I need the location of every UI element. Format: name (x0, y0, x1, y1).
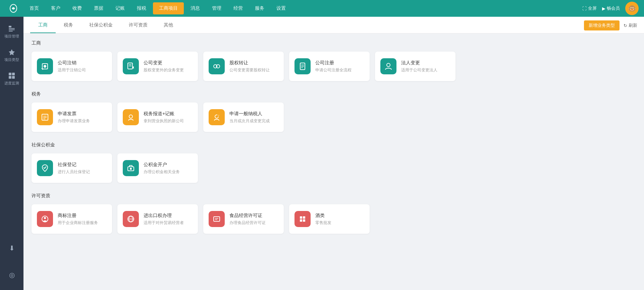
nav-tax[interactable]: 报税 (131, 0, 152, 17)
card-text: 商标注册 用于企业商标注册服务 (58, 213, 98, 226)
card-social-insurance-register[interactable]: 社保登记 进行人员社保登记 (32, 153, 112, 183)
nav-fee[interactable]: 收费 (66, 0, 88, 17)
liquor-icon (294, 211, 311, 227)
sidebar-item-location[interactable]: ◎ (0, 263, 23, 287)
card-desc: 当月或次月成变更完成 (229, 118, 270, 124)
section-title-license: 许可资质 (32, 193, 636, 199)
card-title: 申请发票 (58, 111, 90, 117)
scrollable-content: 工商 公司注销 适用于注销公司 (23, 33, 644, 290)
svg-rect-32 (129, 165, 132, 167)
nav-home[interactable]: 首页 (23, 0, 45, 17)
card-apply-general-taxpayer[interactable]: + 申请一般纳税人 当月或次月成变更完成 (203, 102, 284, 132)
card-apply-invoice[interactable]: 申请发票 办理申请发票业务 (32, 102, 112, 132)
card-title: 股权转让 (229, 60, 270, 66)
card-text: 股权转让 公司变更需要股权转让 (229, 60, 270, 73)
sidebar-item-label: 项目管理 (4, 34, 19, 39)
fullscreen-label: 全屏 (588, 5, 597, 11)
tab-tax[interactable]: 税务 (56, 18, 81, 33)
apply-invoice-icon (37, 109, 53, 125)
card-title: 公积金开户 (144, 162, 180, 168)
section-title-business: 工商 (32, 40, 636, 46)
nav-service[interactable]: 服务 (249, 0, 270, 17)
card-text: 申请发票 办理申请发票业务 (58, 111, 90, 124)
trademark-icon (37, 211, 53, 227)
card-equity-transfer[interactable]: 股权转让 公司变更需要股权转让 (203, 52, 284, 81)
fullscreen-icon: ⛶ (582, 6, 587, 11)
card-desc: 办理申请发票业务 (58, 118, 90, 124)
nav-message[interactable]: 消息 (184, 0, 206, 17)
nav-manage[interactable]: 管理 (206, 0, 227, 17)
equity-transfer-icon (209, 58, 225, 74)
nav-bill[interactable]: 票据 (88, 0, 109, 17)
svg-point-10 (44, 65, 46, 68)
nav-settings[interactable]: 设置 (270, 0, 292, 17)
cards-grid-tax: 申请发票 办理申请发票业务 税务报道+记账 拿到营业执照的新公司 (32, 102, 636, 132)
card-liquor[interactable]: 酒类 零售批发 (289, 204, 370, 234)
sidebar-item-download[interactable]: ⬇ (0, 236, 23, 260)
refresh-label: 刷新 (629, 22, 637, 28)
card-title: 社保登记 (58, 162, 90, 168)
tab-bar-right: 新增业务类型 ↻ 刷新 (584, 20, 637, 33)
sidebar-item-project-type[interactable]: 项目类型 (0, 44, 23, 67)
card-company-cancel[interactable]: 公司注销 适用于注销公司 (32, 52, 112, 81)
card-food-license[interactable]: 食品经营许可证 办理食品经营许可证 (203, 204, 284, 234)
card-desc: 零售批发 (315, 220, 331, 226)
card-trademark[interactable]: 商标注册 用于企业商标注册服务 (32, 204, 112, 234)
apply-general-taxpayer-icon: + (209, 109, 225, 125)
svg-rect-5 (9, 73, 11, 75)
card-text: 公积金开户 办理公积金相关业务 (144, 162, 180, 175)
sidebar-item-project-management[interactable]: 项目管理 (0, 20, 23, 44)
card-tax-report-account[interactable]: 税务报道+记账 拿到营业执照的新公司 (117, 102, 198, 132)
card-desc: 办理公积金相关业务 (144, 169, 180, 175)
svg-rect-1 (9, 28, 15, 29)
sidebar-item-progress-monitor[interactable]: 进度监测 (0, 67, 23, 90)
svg-point-26 (129, 115, 132, 118)
card-provident-fund-open[interactable]: 公积金开户 办理公积金相关业务 (117, 153, 198, 183)
sidebar-item-label: 进度监测 (4, 81, 19, 86)
svg-rect-40 (300, 216, 302, 219)
refresh-button[interactable]: ↻ 刷新 (624, 22, 637, 28)
card-company-change[interactable]: 公司变更 股权变更外的业务变更 (117, 52, 198, 81)
legal-person-change-icon (380, 58, 396, 74)
card-desc: 适用于公司变更法人 (401, 67, 437, 73)
nav-customer[interactable]: 客户 (45, 0, 66, 17)
provident-fund-icon (123, 160, 139, 176)
nav-business[interactable]: 工商项目 (153, 2, 184, 14)
svg-rect-2 (9, 29, 15, 30)
svg-line-11 (42, 68, 43, 70)
tab-social-insurance[interactable]: 社保公积金 (81, 18, 121, 33)
svg-rect-37 (214, 217, 220, 221)
nav-account[interactable]: 记账 (109, 0, 131, 17)
card-text: 食品经营许可证 办理食品经营许可证 (229, 213, 266, 226)
card-text: 法人变更 适用于公司变更法人 (401, 60, 437, 73)
avatar[interactable]: 🐵 (625, 2, 639, 15)
card-import-export[interactable]: 进出口权办理 适用于对外贸易经营者 (117, 204, 198, 234)
tab-business[interactable]: 工商 (30, 18, 56, 33)
svg-point-21 (387, 63, 390, 67)
card-text: 公司注册 申请公司注册全流程 (315, 60, 352, 73)
new-business-type-button[interactable]: 新增业务类型 (584, 20, 620, 30)
card-desc: 适用于对外贸易经营者 (144, 220, 184, 226)
card-desc: 办理食品经营许可证 (229, 220, 266, 226)
company-cancel-icon (37, 58, 53, 74)
project-type-icon (8, 49, 15, 56)
tab-license[interactable]: 许可资质 (121, 18, 156, 33)
vip-label: 畅会员 (607, 5, 620, 11)
vip-button[interactable]: ▶ 畅会员 (602, 5, 620, 11)
svg-marker-4 (9, 49, 15, 55)
nav-operation[interactable]: 经营 (227, 0, 249, 17)
card-legal-person-change[interactable]: 法人变更 适用于公司变更法人 (375, 52, 455, 81)
tab-other[interactable]: 其他 (156, 18, 181, 33)
card-company-register[interactable]: 公司注册 申请公司注册全流程 (289, 52, 370, 81)
left-sidebar: 项目管理 项目类型 进度监测 ⬇ (0, 17, 23, 290)
progress-monitor-icon (8, 72, 15, 79)
card-title: 进出口权办理 (144, 213, 184, 219)
card-desc: 公司变更需要股权转让 (229, 67, 270, 73)
section-title-tax: 税务 (32, 91, 636, 97)
fullscreen-button[interactable]: ⛶ 全屏 (582, 5, 597, 11)
card-text: 社保登记 进行人员社保登记 (58, 162, 90, 175)
sidebar-item-label: 项目类型 (4, 57, 19, 62)
card-desc: 进行人员社保登记 (58, 169, 90, 175)
content-area: 工商 税务 社保公积金 许可资质 其他 新增业务类型 ↻ 刷新 工商 (23, 17, 644, 290)
card-desc: 用于企业商标注册服务 (58, 220, 98, 226)
